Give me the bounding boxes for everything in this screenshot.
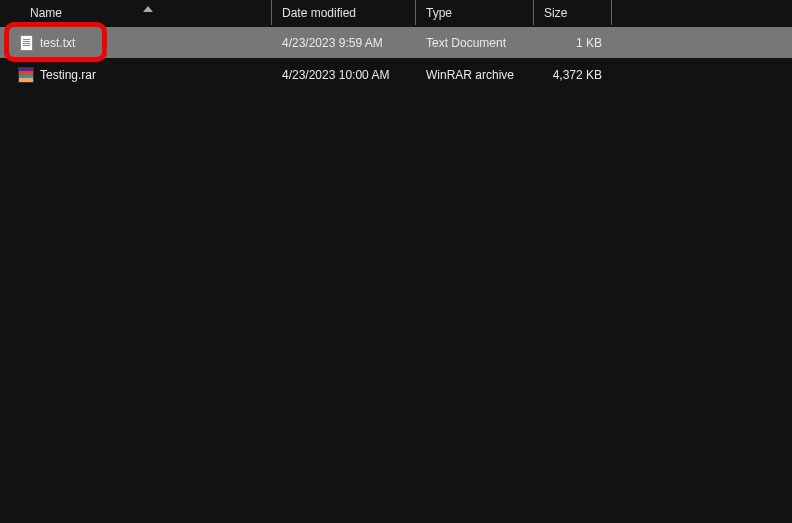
- column-header-date-label: Date modified: [282, 6, 356, 20]
- file-type-cell: Text Document: [416, 27, 534, 58]
- column-header-size[interactable]: Size: [534, 0, 612, 25]
- column-header-spacer: [612, 0, 792, 25]
- column-headers: Name Date modified Type Size: [0, 0, 792, 26]
- text-file-icon: [18, 35, 34, 51]
- file-type-label: WinRAR archive: [426, 68, 514, 82]
- file-type-cell: WinRAR archive: [416, 59, 534, 90]
- file-name-cell: test.txt: [0, 27, 272, 58]
- file-date-label: 4/23/2023 10:00 AM: [282, 68, 389, 82]
- sort-ascending-icon: [143, 6, 153, 12]
- rar-archive-icon: [18, 67, 34, 83]
- column-header-type-label: Type: [426, 6, 452, 20]
- file-date-cell: 4/23/2023 9:59 AM: [272, 27, 416, 58]
- column-header-name[interactable]: Name: [0, 0, 272, 25]
- file-explorer: Name Date modified Type Size test.txt 4/…: [0, 0, 792, 523]
- file-type-label: Text Document: [426, 36, 506, 50]
- file-list: test.txt 4/23/2023 9:59 AM Text Document…: [0, 27, 792, 90]
- file-size-cell: 1 KB: [534, 27, 612, 58]
- file-row[interactable]: Testing.rar 4/23/2023 10:00 AM WinRAR ar…: [0, 59, 792, 90]
- file-date-label: 4/23/2023 9:59 AM: [282, 36, 383, 50]
- file-size-cell: 4,372 KB: [534, 59, 612, 90]
- column-header-type[interactable]: Type: [416, 0, 534, 25]
- file-size-label: 1 KB: [576, 36, 602, 50]
- file-row[interactable]: test.txt 4/23/2023 9:59 AM Text Document…: [0, 27, 792, 58]
- column-header-size-label: Size: [544, 6, 567, 20]
- file-name-cell: Testing.rar: [0, 59, 272, 90]
- file-date-cell: 4/23/2023 10:00 AM: [272, 59, 416, 90]
- file-name-label: test.txt: [40, 36, 75, 50]
- column-header-date[interactable]: Date modified: [272, 0, 416, 25]
- file-size-label: 4,372 KB: [553, 68, 602, 82]
- column-header-name-label: Name: [30, 6, 62, 20]
- file-name-label: Testing.rar: [40, 68, 96, 82]
